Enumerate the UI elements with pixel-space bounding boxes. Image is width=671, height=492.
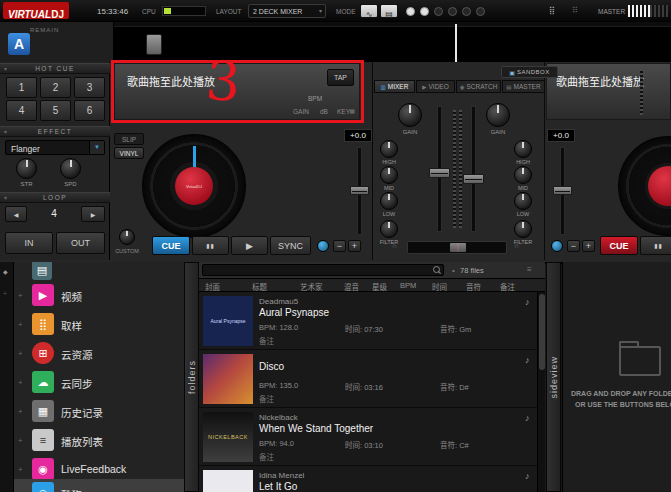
list-options-icon[interactable]: ≡ [527,265,532,274]
eq-low-knob-left[interactable] [380,192,398,210]
sidebar-item-video[interactable]: + ▶ 视频 [14,281,184,310]
filter-knob-right[interactable] [514,220,532,238]
deck-a-minus-button[interactable]: − [333,240,346,252]
mode-wave-button[interactable]: ∿ [360,4,378,18]
hotcue-5-button[interactable]: 5 [40,100,71,121]
tab-scratch[interactable]: ◉SCRATCH [456,80,501,93]
sideview-dropzone[interactable]: DRAG AND DROP ANY FOLDER OR USE THE BUTT… [562,262,671,492]
toggle-dot-6[interactable] [476,7,485,16]
eq-high-knob-right[interactable] [514,140,532,158]
column-key[interactable]: 音符 [466,281,481,292]
sidebar-item-kugou[interactable]: + ◎ 酷狗 [14,479,184,492]
toggle-dot-2[interactable] [420,7,429,16]
list-scrollbar[interactable] [537,292,545,492]
toggle-dot-4[interactable] [448,7,457,16]
deck-b-cue-button[interactable]: CUE [600,236,638,255]
deck-a-sync-button[interactable]: SYNC [270,236,311,255]
loop-out-button[interactable]: OUT [56,232,105,254]
sidebar-item-cloud-sync[interactable]: + ☁ 云同步 [14,368,184,397]
eq-mid-knob-right[interactable] [514,166,532,184]
toggle-dot-5[interactable] [462,7,471,16]
toggle-dot-1[interactable] [406,7,415,16]
expand-icon[interactable]: + [18,407,23,416]
eq-mid-knob-left[interactable] [380,166,398,184]
column-title[interactable]: 标题 [252,281,267,292]
add-favorite-icon[interactable]: + [3,290,7,297]
column-cover[interactable]: 封面 [205,281,220,292]
eq-high-knob-left[interactable] [380,140,398,158]
hotcue-1-button[interactable]: 1 [6,77,37,98]
search-input[interactable] [202,264,444,276]
waveform-scrollbar[interactable] [114,22,671,27]
loop-double-button[interactable]: ▶ [81,206,105,222]
sandbox-button[interactable]: ▣ SANDBOX [501,66,558,78]
crossfader[interactable] [407,241,507,254]
layout-select[interactable]: 2 DECK MIXER ▾ [248,4,326,18]
deck-a-cue-button[interactable]: CUE [152,236,190,255]
column-bpm[interactable]: BPM [400,281,416,290]
expand-icon[interactable]: + [18,320,23,329]
sidebar-item-sampler[interactable]: + ⣿ 取样 [14,310,184,339]
expand-icon[interactable]: + [18,465,23,474]
expand-icon[interactable]: + [18,349,23,358]
effect-select[interactable]: Flanger ▼ [5,140,105,155]
dropdown-icon[interactable]: ▼ [89,141,104,154]
expand-icon[interactable]: + [18,378,23,387]
hotcue-3-button[interactable]: 3 [74,77,105,98]
deck-a-plus-button[interactable]: + [348,240,361,252]
headphone-pfl-left-icon[interactable]: ∩ [392,242,397,249]
favorite-icon[interactable]: ◆ [3,268,8,275]
waveform-position-marker[interactable] [146,34,162,55]
sidebar-item-cloud-resources[interactable]: + ⊞ 云资源 [14,339,184,368]
tab-video[interactable]: ▶VIDEO [416,80,455,93]
deck-a-pitch-handle[interactable] [350,186,369,195]
gain-knob-left[interactable] [398,103,422,127]
waveform-display[interactable] [114,22,671,62]
column-rating[interactable]: 星级 [372,281,387,292]
search-icon[interactable] [433,266,441,274]
gain-knob-right[interactable] [486,103,510,127]
track-row[interactable]: NICKELBACK Nickelback When We Stand Toge… [199,408,537,466]
sidebar-item-playlists[interactable]: + ≡ 播放列表 [14,426,184,455]
track-row[interactable]: LET GO Idina Menzel Let It Go ♪ [199,466,537,492]
sidebar-item-history[interactable]: + ▦ 历史记录 [14,397,184,426]
deck-b-pause-button[interactable]: ▮▮ [640,236,671,255]
column-comment[interactable]: 备注 [500,281,515,292]
sidebar-item-partial[interactable]: ▤ [14,262,184,282]
scrollbar-handle[interactable] [539,294,545,370]
hotcue-4-button[interactable]: 4 [6,100,37,121]
deck-a-jogwheel[interactable]: VirtualDJ [142,134,246,238]
column-remix[interactable]: 混音 [344,281,359,292]
custom-knob[interactable] [119,229,135,245]
track-row[interactable]: Disco BPM: 135.0 时间: 03:16 音符: D# 备注 ♪ [199,350,537,408]
sideview-tab[interactable]: sideview [546,262,561,492]
deck-a-play-button[interactable]: ▶ [231,236,268,255]
tab-master[interactable]: ▤MASTER [502,80,545,93]
hotcue-6-button[interactable]: 6 [74,100,105,121]
folders-tab[interactable]: folders [184,262,199,492]
hotcue-2-button[interactable]: 2 [40,77,71,98]
volume-fader-handle-right[interactable] [463,174,484,184]
expand-icon[interactable]: + [18,436,23,445]
deck-b-loop-dot-button[interactable] [551,240,563,252]
volume-fader-handle-left[interactable] [429,168,450,178]
filter-knob-left[interactable] [380,220,398,238]
effect-knob-1[interactable] [16,158,37,179]
deck-a-badge[interactable]: A [8,33,30,55]
slip-button[interactable]: SLIP [114,133,144,145]
loop-half-button[interactable]: ◀ [5,206,27,222]
deck-b-minus-button[interactable]: − [567,240,580,252]
deck-b-plus-button[interactable]: + [582,240,595,252]
track-row[interactable]: Aural Psynapse Deadmau5 Aural Psynapse B… [199,292,537,350]
grid-icon[interactable]: ⣿ [549,6,555,15]
tab-mixer[interactable]: ▥MIXER [374,80,415,93]
dots-icon[interactable]: ⠿ [572,6,578,15]
deck-b-pitch-handle[interactable] [553,186,572,195]
toggle-dot-3[interactable] [434,7,443,16]
column-artist[interactable]: 艺术家 [300,281,323,292]
effect-knob-2[interactable] [60,158,81,179]
loop-in-button[interactable]: IN [5,232,53,254]
vinyl-button[interactable]: VINYL [114,147,144,159]
eq-low-knob-right[interactable] [514,192,532,210]
column-time[interactable]: 时间 [432,281,447,292]
